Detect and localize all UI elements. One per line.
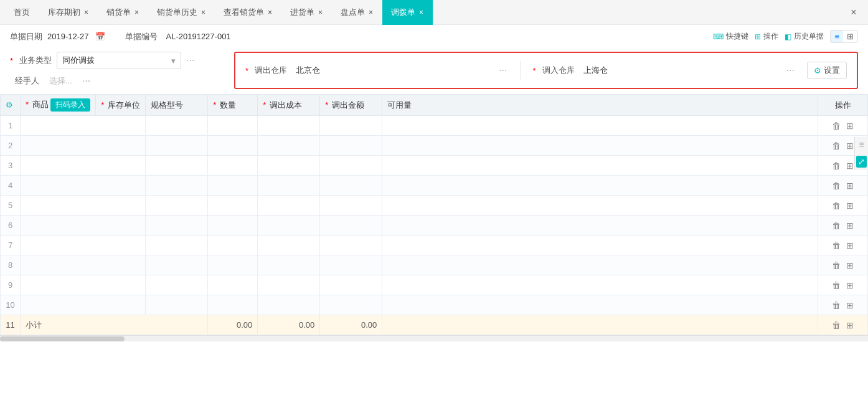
tab-transfer[interactable]: 调拨单 × <box>382 0 433 25</box>
warehouse-in-more[interactable]: ··· <box>786 65 795 76</box>
tab-close-view-sales[interactable]: × <box>268 8 272 17</box>
delete-icon[interactable]: 🗑 <box>832 280 841 290</box>
copy-icon[interactable]: ⊞ <box>846 161 854 171</box>
cell-qty[interactable] <box>208 275 258 295</box>
cell-cost[interactable] <box>258 255 320 275</box>
cell-amount[interactable] <box>320 196 382 216</box>
cell-available[interactable] <box>382 196 818 216</box>
cell-amount[interactable] <box>320 255 382 275</box>
cell-cost[interactable] <box>258 295 320 315</box>
cell-qty[interactable] <box>208 236 258 255</box>
cell-qty[interactable] <box>208 176 258 196</box>
history-button[interactable]: ◧ 历史单据 <box>785 31 824 42</box>
warehouse-out-more[interactable]: ··· <box>499 65 507 76</box>
biz-type-select[interactable]: 同价调拨 ▾ <box>57 52 181 69</box>
cell-available[interactable] <box>382 236 818 255</box>
operation-button[interactable]: ⊞ 操作 <box>755 31 778 42</box>
cell-product[interactable] <box>21 116 146 136</box>
biz-type-more[interactable]: ··· <box>186 55 194 66</box>
delete-icon[interactable]: 🗑 <box>832 240 841 250</box>
calendar-icon[interactable]: 📅 <box>95 32 105 41</box>
cell-qty[interactable] <box>208 156 258 176</box>
th-settings[interactable]: ⚙ <box>1 95 21 116</box>
tab-homepage[interactable]: 首页 <box>5 0 39 25</box>
cell-unit[interactable] <box>146 255 208 275</box>
cell-qty[interactable] <box>208 255 258 275</box>
tab-close-sales-history[interactable]: × <box>201 8 205 17</box>
cell-qty[interactable] <box>208 196 258 216</box>
cell-amount[interactable] <box>320 295 382 315</box>
cell-product[interactable] <box>21 275 146 295</box>
cell-amount[interactable] <box>320 275 382 295</box>
delete-icon[interactable]: 🗑 <box>832 121 841 131</box>
cell-cost[interactable] <box>258 196 320 216</box>
cell-amount[interactable] <box>320 176 382 196</box>
copy-icon[interactable]: ⊞ <box>846 240 854 250</box>
cell-cost[interactable] <box>258 176 320 196</box>
scan-entry-button[interactable]: 扫码录入 <box>50 98 90 112</box>
cell-available[interactable] <box>382 136 818 156</box>
tab-sales-history[interactable]: 销货单历史 × <box>148 0 215 25</box>
cell-product[interactable] <box>21 156 146 176</box>
tab-view-sales[interactable]: 查看销货单 × <box>215 0 281 25</box>
delete-icon[interactable]: 🗑 <box>832 320 841 330</box>
cell-cost[interactable] <box>258 136 320 156</box>
cell-amount[interactable] <box>320 116 382 136</box>
copy-icon[interactable]: ⊞ <box>846 201 854 211</box>
cell-unit[interactable] <box>146 156 208 176</box>
cell-cost[interactable] <box>258 216 320 236</box>
tab-inventory-init[interactable]: 库存期初 × <box>39 0 98 25</box>
cell-qty[interactable] <box>208 295 258 315</box>
handler-placeholder[interactable]: 选择... <box>49 75 72 87</box>
cell-unit[interactable] <box>146 116 208 136</box>
delete-icon[interactable]: 🗑 <box>832 221 841 231</box>
copy-icon[interactable]: ⊞ <box>846 221 854 231</box>
copy-icon[interactable]: ⊞ <box>846 280 854 290</box>
delete-icon[interactable]: 🗑 <box>832 141 841 151</box>
window-close-button[interactable]: × <box>844 3 863 22</box>
cell-available[interactable] <box>382 156 818 176</box>
cell-product[interactable] <box>21 216 146 236</box>
cell-unit[interactable] <box>146 295 208 315</box>
tab-close-sales-order[interactable]: × <box>134 8 139 17</box>
cell-product[interactable] <box>21 176 146 196</box>
cell-qty[interactable] <box>208 136 258 156</box>
cell-unit[interactable] <box>146 136 208 156</box>
scroll-thumb[interactable] <box>0 336 125 341</box>
cell-product[interactable] <box>21 136 146 156</box>
cell-cost[interactable] <box>258 236 320 255</box>
tab-close-inventory-init[interactable]: × <box>84 8 88 17</box>
view-list-button[interactable]: ≡ <box>831 31 843 42</box>
copy-icon[interactable]: ⊞ <box>846 181 854 191</box>
tab-sales-order[interactable]: 销货单 × <box>98 0 148 25</box>
tab-close-purchase[interactable]: × <box>318 8 323 17</box>
cell-qty[interactable] <box>208 116 258 136</box>
tab-purchase[interactable]: 进货单 × <box>281 0 332 25</box>
cell-unit[interactable] <box>146 176 208 196</box>
shortcuts-button[interactable]: ⌨ 快捷键 <box>713 31 748 42</box>
cell-qty[interactable] <box>208 216 258 236</box>
cell-cost[interactable] <box>258 275 320 295</box>
horizontal-scrollbar[interactable] <box>0 335 868 341</box>
cell-product[interactable] <box>21 236 146 255</box>
delete-icon[interactable]: 🗑 <box>832 181 841 191</box>
cell-available[interactable] <box>382 275 818 295</box>
copy-icon[interactable]: ⊞ <box>846 260 854 270</box>
copy-icon[interactable]: ⊞ <box>846 141 854 151</box>
cell-unit[interactable] <box>146 216 208 236</box>
tab-close-stocktake[interactable]: × <box>369 8 373 17</box>
cell-amount[interactable] <box>320 136 382 156</box>
delete-icon[interactable]: 🗑 <box>832 260 841 270</box>
copy-icon[interactable]: ⊞ <box>846 320 854 330</box>
cell-available[interactable] <box>382 176 818 196</box>
cell-available[interactable] <box>382 216 818 236</box>
tab-close-transfer[interactable]: × <box>419 8 423 17</box>
cell-product[interactable] <box>21 196 146 216</box>
cell-unit[interactable] <box>146 236 208 255</box>
settings-button[interactable]: ⚙ 设置 <box>807 62 847 79</box>
cell-amount[interactable] <box>320 156 382 176</box>
delete-icon[interactable]: 🗑 <box>832 300 841 310</box>
cell-cost[interactable] <box>258 116 320 136</box>
sidebar-list-icon[interactable]: ≡ <box>859 140 864 150</box>
view-grid-button[interactable]: ⊞ <box>843 31 857 42</box>
